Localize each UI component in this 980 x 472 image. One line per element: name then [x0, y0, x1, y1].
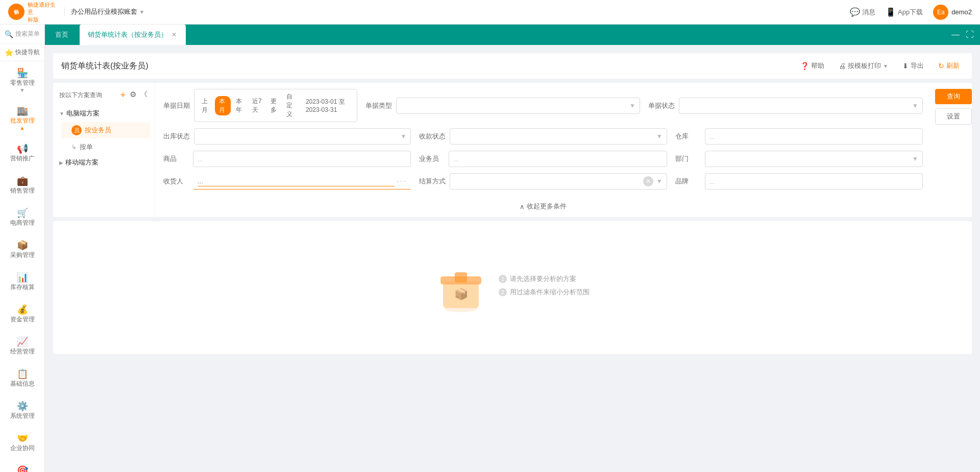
scheme-item-salesperson[interactable]: 员 按业务员	[61, 122, 151, 138]
sidebar-item-purchase[interactable]: 📦 采购管理	[0, 233, 44, 266]
date-btn-last7days[interactable]: 近7天	[249, 96, 265, 115]
tab-bar: 首页 销货单统计表（按业务员） ✕ — ⛶	[45, 25, 980, 45]
filter-doc-type-select[interactable]: ▼	[396, 98, 640, 114]
sidebar-item-quick-nav[interactable]: ⭐ 快捷导航	[0, 44, 44, 61]
enterprise-label: 企业协同	[10, 444, 35, 453]
scheme-pc-section-title[interactable]: ▼ 电脑端方案	[53, 106, 155, 121]
retail-icon: 🏪	[17, 67, 28, 79]
sidebar-item-wholesale[interactable]: 🏬 批发管理 ▲	[0, 99, 44, 137]
tab-expand-icon[interactable]: ⛶	[966, 30, 974, 39]
filter-receiver-input[interactable]: ···	[193, 173, 411, 190]
scheme-mobile-arrow-icon: ▶	[59, 160, 63, 166]
filter-brand-label: 品牌	[675, 177, 701, 186]
filter-fields-area: 单据日期 上月 本月 本年 近7天 更多 自定义 2023-03-01 至 20…	[155, 83, 931, 217]
filter-item-warehouse: 仓库 ...	[675, 128, 923, 145]
app-selector[interactable]: 办公用品行业模拟账套 ▼	[64, 7, 144, 16]
export-btn[interactable]: ⬇ 导出	[898, 59, 928, 73]
app-download-btn[interactable]: 📱 App下载	[886, 7, 923, 17]
date-btn-this-month[interactable]: 本月	[215, 96, 231, 115]
collapse-btn-row: ∧ 收起更多条件	[163, 196, 923, 217]
operations-icon: 📈	[17, 336, 28, 347]
scheme-mobile-section: ▶ 移动端方案	[53, 155, 155, 170]
scheme-sub-item-order[interactable]: ↳ 按单	[57, 139, 155, 155]
filter-warehouse-select[interactable]: ...	[705, 128, 923, 145]
scheme-mobile-section-title[interactable]: ▶ 移动端方案	[53, 155, 155, 170]
svg-text:畅: 畅	[14, 9, 19, 15]
filter-department-select[interactable]: ▼	[705, 151, 923, 167]
settings-button[interactable]: 设置	[935, 108, 972, 125]
date-btn-custom[interactable]: 自定义	[283, 91, 301, 120]
tab-close-icon[interactable]: ✕	[170, 30, 178, 39]
guide-icon: 🎯	[17, 465, 28, 472]
svg-rect-5	[455, 272, 467, 282]
scheme-edit-btn[interactable]: ⚙	[129, 89, 137, 102]
sidebar-item-basic[interactable]: 📋 基础信息	[0, 362, 44, 394]
operations-label: 经营管理	[10, 347, 35, 356]
filter-doc-status-label: 单据状态	[648, 101, 675, 110]
sales-label: 销售管理	[10, 186, 35, 195]
help-btn[interactable]: ❓ 帮助	[796, 59, 828, 73]
date-btn-more[interactable]: 更多	[267, 96, 282, 115]
settlement-clear-btn[interactable]: ✕	[643, 176, 653, 186]
filter-brand-input[interactable]: ...	[705, 173, 923, 190]
filter-warehouse-label: 仓库	[675, 132, 701, 141]
filter-panel: 按以下方案查询 + ⚙ 《 ▼ 电脑端方案	[53, 83, 972, 217]
main-layout: 🔍 搜索菜单 ⭐ 快捷导航 🏪 零售管理 ▼ 🏬 批发管理 ▲ 📢 营销推广 💼…	[0, 25, 980, 472]
filter-row-4: 收货人 ··· 结算方式 ✕	[163, 173, 923, 190]
empty-num-1: 1	[499, 275, 507, 283]
tab-minimize-icon[interactable]: —	[951, 30, 960, 39]
sidebar-item-marketing[interactable]: 📢 营销推广	[0, 137, 44, 169]
filter-date-group[interactable]: 上月 本月 本年 近7天 更多 自定义 2023-03-01 至 2023-03…	[194, 89, 357, 122]
filter-item-salesperson: 业务员 ...	[419, 151, 667, 167]
receiver-dots-icon: ···	[397, 177, 406, 186]
sidebar-item-system[interactable]: ⚙️ 系统管理	[0, 394, 44, 427]
sidebar-item-finance[interactable]: 💰 资金管理	[0, 298, 44, 330]
search-label: 搜索菜单	[15, 30, 40, 38]
filter-payment-status-label: 收款状态	[419, 132, 446, 141]
sidebar-item-enterprise[interactable]: 🤝 企业协同	[0, 427, 44, 459]
filter-salesperson-input[interactable]: ...	[449, 151, 667, 167]
filter-payment-status-select[interactable]: ▼	[450, 128, 667, 145]
date-btn-last-month[interactable]: 上月	[199, 96, 213, 115]
refresh-btn[interactable]: ↻ 刷新	[934, 59, 964, 73]
app-download-label: App下载	[898, 8, 923, 17]
filter-date-label: 单据日期	[163, 101, 190, 110]
scheme-add-btn[interactable]: +	[119, 89, 127, 102]
filter-goods-input[interactable]: ...	[193, 151, 411, 167]
enterprise-icon: 🤝	[17, 433, 28, 444]
help-icon: ❓	[800, 62, 809, 70]
filter-settlement-select[interactable]: ✕ ▼	[450, 173, 667, 190]
tab-home[interactable]: 首页	[45, 25, 79, 45]
sidebar-item-ecommerce[interactable]: 🛒 电商管理	[0, 201, 44, 233]
ecommerce-label: 电商管理	[10, 219, 35, 227]
tab-sales-stats[interactable]: 销货单统计表（按业务员） ✕	[80, 25, 186, 45]
message-btn[interactable]: 💬 消息	[850, 7, 875, 17]
retail-label: 零售管理	[10, 79, 35, 87]
marketing-label: 营销推广	[10, 154, 35, 163]
scheme-pc-arrow-icon: ▼	[59, 111, 64, 116]
system-label: 系统管理	[10, 412, 35, 420]
filter-doc-status-select[interactable]: ▼	[679, 98, 923, 114]
filter-item-doc-type: 单据类型 ▼	[365, 98, 640, 114]
scheme-panel-title: 按以下方案查询	[59, 91, 102, 100]
print-btn[interactable]: 🖨 按模板打印 ▼	[835, 59, 892, 73]
sidebar-item-guide[interactable]: 🎯 新手引导	[0, 459, 44, 472]
filter-receiver-label: 收货人	[163, 177, 189, 186]
filter-out-status-select[interactable]: ▼	[194, 128, 411, 145]
empty-text-area: 1 请先选择要分析的方案 2 用过滤条件来缩小分析范围	[499, 274, 590, 301]
sidebar-item-operations[interactable]: 📈 经营管理	[0, 330, 44, 362]
ecommerce-icon: 🛒	[17, 207, 28, 219]
sidebar-item-sales[interactable]: 💼 销售管理	[0, 169, 44, 201]
sidebar-item-inventory[interactable]: 📊 库存核算	[0, 266, 44, 298]
user-area[interactable]: Ea demo2	[933, 5, 972, 20]
system-icon: ⚙️	[17, 400, 28, 412]
date-btn-this-year[interactable]: 本年	[233, 96, 247, 115]
scheme-collapse-btn[interactable]: 《	[139, 89, 149, 102]
receiver-input-field[interactable]	[198, 176, 395, 186]
sidebar-item-search[interactable]: 🔍 搜索菜单	[0, 25, 44, 44]
filter-salesperson-placeholder: ...	[453, 155, 662, 163]
query-button[interactable]: 查询	[935, 89, 972, 104]
collapse-btn[interactable]: ∧ 收起更多条件	[513, 200, 573, 213]
scheme-pc-section-content: 员 按业务员 ↳ 按单	[53, 122, 155, 155]
sidebar-item-retail[interactable]: 🏪 零售管理 ▼	[0, 61, 44, 99]
